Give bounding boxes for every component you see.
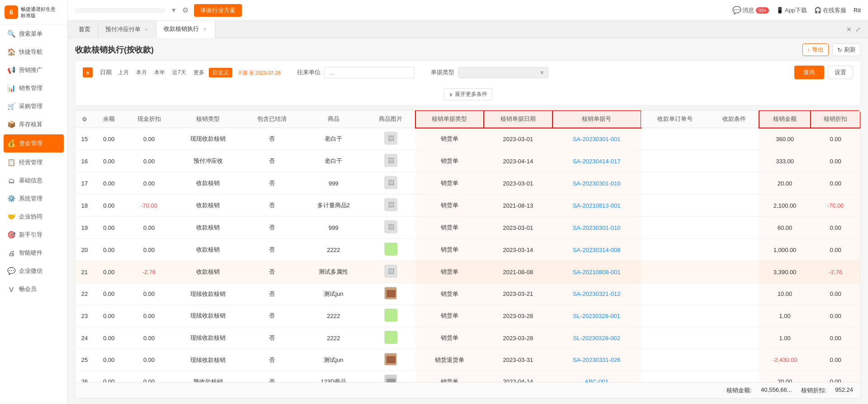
partner-input[interactable] xyxy=(324,67,415,78)
sidebar-item-operations[interactable]: 📋 经营管理 xyxy=(0,153,67,171)
date-btn-this-year[interactable]: 本年 xyxy=(151,68,168,77)
topbar-dropdown-icon[interactable]: ▼ xyxy=(171,7,177,14)
main-area: ▼ ⚙ 体验行业方案 💬 消息 99+ 📱 App下载 🎧 在线客服 Rit 首… xyxy=(68,0,868,404)
table-cell-bill-type: 销货单 xyxy=(415,305,484,327)
sidebar-item-member[interactable]: V 畅会员 xyxy=(0,280,67,298)
settings-icon[interactable]: ⚙ xyxy=(82,116,87,123)
table-cell-bill-no: SA-20230321-012 xyxy=(552,283,641,305)
table-cell xyxy=(366,371,415,383)
table-scroll-area[interactable]: ⚙ 余额 现金折扣 核销类型 包含已结清 商品 商品图片 核销单据类型 核销单据… xyxy=(75,110,860,382)
date-btn-last-month[interactable]: 上月 xyxy=(115,68,132,77)
th-include-settled: 包含已结清 xyxy=(242,110,302,128)
table-cell xyxy=(641,283,710,305)
bill-no-link[interactable]: SA-20230301-001 xyxy=(573,136,621,143)
table-cell-verify-amount: 60.00 xyxy=(759,217,811,239)
tab-home-label: 首页 xyxy=(79,25,90,33)
industry-solution-button[interactable]: 体验行业方案 xyxy=(194,4,242,17)
date-btn-this-month[interactable]: 本月 xyxy=(133,68,150,77)
sidebar-item-basic-info[interactable]: 🗂 基础信息 xyxy=(0,171,67,190)
tab-home[interactable]: 首页 xyxy=(71,21,98,38)
sidebar-item-guide[interactable]: 🎯 新手引导 xyxy=(0,226,67,244)
filter-collapse-button[interactable]: » xyxy=(83,67,93,77)
bill-no-link[interactable]: SA-20230331-026 xyxy=(573,356,621,363)
table-cell: 🖼 xyxy=(366,128,415,150)
sidebar-item-marketing[interactable]: 📢 营销推广 xyxy=(0,61,67,79)
filter-actions: 查询 设置 xyxy=(794,66,853,79)
table-cell: 否 xyxy=(242,371,302,383)
bill-no-link[interactable]: SA-20230301-010 xyxy=(573,180,621,187)
table-cell-verify-discount: 0.00 xyxy=(811,128,860,150)
table-cell: 0.00 xyxy=(94,128,124,150)
bill-no-link[interactable]: SA-20230301-010 xyxy=(573,224,621,231)
table-cell-bill-no: SA-20230314-008 xyxy=(552,239,641,261)
table-row: 250.000.00现续收款核销否测试jun销货退货单2023-03-31SA-… xyxy=(75,349,860,371)
expand-more-conditions-button[interactable]: ∨ 展开更多条件 xyxy=(444,88,492,100)
topbar: ▼ ⚙ 体验行业方案 💬 消息 99+ 📱 App下载 🎧 在线客服 Rit xyxy=(68,0,868,21)
sidebar-item-label: 基础信息 xyxy=(19,176,42,185)
table-cell: 21 xyxy=(75,261,94,283)
table-cell xyxy=(709,217,759,239)
table-cell-bill-no: SL-20230328-001 xyxy=(552,305,641,327)
tab-expand-icon[interactable]: ⤢ xyxy=(855,26,861,33)
table-cell-verify-amount: 1.00 xyxy=(759,305,811,327)
th-goods-image: 商品图片 xyxy=(366,110,415,128)
goods-image-placeholder: 🖼 xyxy=(384,154,397,166)
table-cell-bill-no: SA-20230414-017 xyxy=(552,150,641,172)
table-cell xyxy=(641,217,710,239)
filter-settings-button[interactable]: 设置 xyxy=(828,66,853,79)
date-btn-more[interactable]: 更多 xyxy=(191,68,207,77)
page-title: 收款核销执行(按收款) xyxy=(75,44,154,55)
table-cell-bill-type: 销货单 xyxy=(415,128,484,150)
bill-no-link[interactable]: SA-20210813-001 xyxy=(573,202,621,209)
sidebar-item-wechat[interactable]: 💬 企业微信 xyxy=(0,262,67,280)
bill-type-select[interactable] xyxy=(458,67,548,78)
tab-verify[interactable]: 收款核销执行 × xyxy=(156,21,215,38)
sidebar-item-inventory[interactable]: 📦 库存核算 xyxy=(0,115,67,133)
table-cell: 999 xyxy=(302,217,366,239)
table-cell: 预收款核销 xyxy=(174,371,242,383)
sidebar-item-system[interactable]: ⚙️ 系统管理 xyxy=(0,190,67,208)
sidebar-item-finance[interactable]: 💰 资金管理 xyxy=(4,134,64,152)
tab-close-all-icon[interactable]: ✕ xyxy=(846,26,852,33)
bill-no-link[interactable]: SA-20230321-012 xyxy=(573,290,621,297)
bill-no-link[interactable]: SA-20210808-001 xyxy=(573,269,621,276)
date-btn-7days[interactable]: 近7天 xyxy=(170,68,189,77)
online-service-link[interactable]: 🎧 在线客服 xyxy=(814,6,846,14)
sidebar-item-sales[interactable]: 📊 销售管理 xyxy=(0,79,67,97)
bill-no-link[interactable]: SA-20230314-008 xyxy=(573,247,621,253)
sidebar-item-collab[interactable]: 🤝 企业协同 xyxy=(0,208,67,226)
sidebar-item-hardware[interactable]: 🖨 智能硬件 xyxy=(0,244,67,262)
table-cell: 0.00 xyxy=(94,327,124,349)
app-download-link[interactable]: 📱 App下载 xyxy=(776,6,807,14)
topbar-gear-icon[interactable]: ⚙ xyxy=(182,6,189,14)
tab-verify-close[interactable]: × xyxy=(202,26,207,32)
chevron-down-icon: ∨ xyxy=(449,91,453,98)
bill-no-link[interactable]: ABC-001 xyxy=(585,378,609,382)
table-cell xyxy=(366,305,415,327)
sidebar-item-label: 企业协同 xyxy=(19,213,42,221)
table-cell-verify-discount: 0.00 xyxy=(811,172,860,195)
sidebar-item-purchase[interactable]: 🛒 采购管理 xyxy=(0,97,67,115)
query-button[interactable]: 查询 xyxy=(794,66,824,79)
table-cell: 现现收款核销 xyxy=(174,128,242,150)
table-cell-verify-discount: -70.00 xyxy=(811,195,860,217)
sidebar-item-search[interactable]: 🔍 搜索菜单 xyxy=(0,25,67,43)
export-button[interactable]: ↑ 导出 xyxy=(802,43,829,56)
bill-no-link[interactable]: SL-20230328-002 xyxy=(573,335,620,342)
sidebar-item-label: 资金管理 xyxy=(19,139,42,147)
th-verify-amount: 核销金额 xyxy=(759,110,811,128)
sidebar-item-nav[interactable]: 🏠 快捷导航 xyxy=(0,43,67,61)
tab-prepay[interactable]: 预付冲应付单 × xyxy=(98,21,156,38)
tab-prepay-close[interactable]: × xyxy=(143,26,149,33)
collab-icon: 🤝 xyxy=(7,213,15,221)
bill-no-link[interactable]: SL-20230328-001 xyxy=(573,313,620,319)
user-name[interactable]: Rit xyxy=(854,7,861,14)
bill-no-link[interactable]: SA-20230414-017 xyxy=(573,158,621,165)
th-receipt-order-no: 收款单订单号 xyxy=(641,110,710,128)
table-cell-bill-no: SL-20230328-002 xyxy=(552,327,641,349)
table-cell-verify-amount: 10.00 xyxy=(759,283,811,305)
date-btn-custom[interactable]: 自定义 xyxy=(209,68,232,77)
message-area[interactable]: 💬 消息 99+ xyxy=(732,6,769,14)
refresh-button[interactable]: ↻ 刷新 xyxy=(832,43,861,56)
table-cell: -2.76 xyxy=(124,261,174,283)
